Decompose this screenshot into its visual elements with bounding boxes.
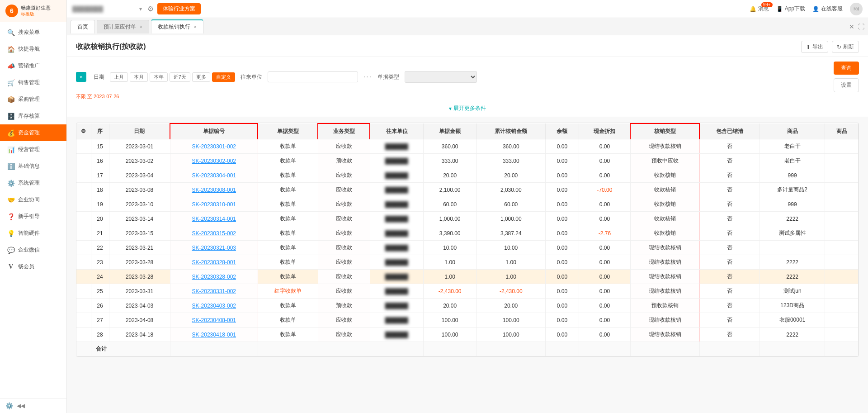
expand-conditions[interactable]: ▾ 展开更多条件 bbox=[449, 104, 486, 112]
cell-date: 2023-03-02 bbox=[109, 154, 170, 168]
table-row: 232023-03-28SK-20230328-001收款单应收款██████1… bbox=[76, 255, 859, 270]
expand-tabs-icon[interactable]: ⛶ bbox=[858, 23, 864, 30]
sidebar-item-marketing[interactable]: 📣 营销推广 bbox=[0, 57, 66, 74]
doc-no-link[interactable]: SK-20230408-001 bbox=[192, 317, 236, 323]
close-all-icon[interactable]: ✕ bbox=[849, 23, 854, 30]
avatar[interactable]: Rit bbox=[850, 3, 863, 15]
sidebar-item-purchase[interactable]: 📦 采购管理 bbox=[0, 91, 66, 108]
sidebar-item-wechat[interactable]: 💬 企业微信 bbox=[0, 242, 66, 258]
date-btn-more[interactable]: 更多 bbox=[192, 72, 210, 82]
doc-no-link[interactable]: SK-20230403-002 bbox=[192, 303, 236, 309]
cell-doc-no[interactable]: SK-20230310-001 bbox=[170, 197, 258, 212]
cell-doc-no[interactable]: SK-20230321-003 bbox=[170, 241, 258, 255]
cell-doc-no[interactable]: SK-20230328-001 bbox=[170, 255, 258, 270]
total-goods bbox=[760, 342, 825, 356]
doc-no-link[interactable]: SK-20230301-002 bbox=[192, 143, 236, 150]
doc-no-link[interactable]: SK-20230302-002 bbox=[192, 158, 236, 164]
cell-biz-type: 应收款 bbox=[318, 168, 370, 183]
sidebar-item-guide[interactable]: ❓ 新手引导 bbox=[0, 208, 66, 225]
app-download-button[interactable]: 📱 App下载 bbox=[776, 5, 805, 13]
sidebar-item-sales[interactable]: 🛒 销售管理 bbox=[0, 74, 66, 91]
date-btn-custom[interactable]: 自定义 bbox=[212, 72, 235, 82]
cell-counterpart: ██████ bbox=[370, 299, 423, 313]
cell-doc-no[interactable]: SK-20230331-002 bbox=[170, 284, 258, 299]
tab-prepay[interactable]: 预计应应付单 × bbox=[97, 20, 149, 33]
cell-doc-no[interactable]: SK-20230308-001 bbox=[170, 183, 258, 197]
doc-no-link[interactable]: SK-20230308-001 bbox=[192, 187, 236, 193]
sidebar-item-operation[interactable]: 📊 经营管理 bbox=[0, 141, 66, 158]
cell-verify-type: 现结收款核销 bbox=[630, 284, 699, 299]
cell-cash-discount: 0.00 bbox=[579, 328, 630, 342]
cell-doc-no[interactable]: SK-20230302-002 bbox=[170, 154, 258, 168]
cell-num: 18 bbox=[91, 183, 109, 197]
sidebar-item-member[interactable]: V 畅会员 bbox=[0, 258, 66, 275]
topbar-settings-icon[interactable]: ⚙ bbox=[147, 5, 154, 13]
cell-doc-no[interactable]: SK-20230418-001 bbox=[170, 328, 258, 342]
cell-verify-amount: 333.00 bbox=[476, 154, 546, 168]
collapse-icon[interactable]: ◀◀ bbox=[17, 403, 25, 409]
doc-no-link[interactable]: SK-20230331-002 bbox=[192, 288, 236, 294]
sidebar-item-hardware[interactable]: 💡 智能硬件 bbox=[0, 225, 66, 242]
cell-doc-no[interactable]: SK-20230314-001 bbox=[170, 212, 258, 226]
cell-verify-type: 预收中应收 bbox=[630, 154, 699, 168]
cell-doc-no[interactable]: SK-20230315-002 bbox=[170, 226, 258, 241]
cell-doc-no[interactable]: SK-20230408-001 bbox=[170, 313, 258, 328]
sidebar-item-finance[interactable]: 💰 资金管理 bbox=[0, 124, 66, 141]
cell-include-settled: 否 bbox=[699, 212, 760, 226]
corp-icon: 🤝 bbox=[7, 196, 14, 204]
cell-amount: 60.00 bbox=[423, 197, 476, 212]
cell-verify-amount: 20.00 bbox=[476, 299, 546, 313]
export-button[interactable]: ⬆ 导出 bbox=[801, 41, 828, 53]
doc-no-link[interactable]: SK-20230315-002 bbox=[192, 230, 236, 237]
cell-doc-no[interactable]: SK-20230301-002 bbox=[170, 139, 258, 154]
sidebar-item-corp[interactable]: 🤝 企业协同 bbox=[0, 191, 66, 208]
date-btn-this-month[interactable]: 本月 bbox=[130, 72, 148, 82]
doc-no-link[interactable]: SK-20230314-001 bbox=[192, 216, 236, 222]
sidebar-item-basic[interactable]: ℹ️ 基础信息 bbox=[0, 158, 66, 175]
tab-home[interactable]: 首页 bbox=[71, 20, 95, 33]
topbar-dropdown-arrow[interactable]: ▾ bbox=[139, 6, 142, 12]
cell-verify-amount: 2,030.00 bbox=[476, 183, 546, 197]
cell-doc-no[interactable]: SK-20230304-001 bbox=[170, 168, 258, 183]
cell-date: 2023-03-28 bbox=[109, 270, 170, 284]
cell-date: 2023-03-01 bbox=[109, 139, 170, 154]
doc-no-link[interactable]: SK-20230328-001 bbox=[192, 259, 236, 266]
tab-prepay-close[interactable]: × bbox=[140, 24, 142, 29]
sidebar-item-quick[interactable]: 🏠 快捷导航 bbox=[0, 41, 66, 57]
online-service-button[interactable]: 👤 在线客服 bbox=[812, 5, 843, 13]
date-btn-last-month[interactable]: 上月 bbox=[110, 72, 128, 82]
filter-expand-btn[interactable]: » bbox=[76, 72, 86, 82]
refresh-button[interactable]: ↻ 刷新 bbox=[832, 41, 859, 53]
counterpart-input[interactable] bbox=[268, 71, 358, 82]
sidebar-item-system[interactable]: ⚙️ 系统管理 bbox=[0, 175, 66, 191]
cell-doc-no[interactable]: SK-20230328-002 bbox=[170, 270, 258, 284]
messages-button[interactable]: 🔔 消息 99+ bbox=[750, 5, 769, 13]
date-btn-7days[interactable]: 近7天 bbox=[170, 72, 190, 82]
receipt-type-select[interactable] bbox=[405, 71, 477, 83]
tab-collect[interactable]: 收款核销执行 × bbox=[151, 19, 203, 33]
date-btn-this-year[interactable]: 本年 bbox=[150, 72, 168, 82]
cell-verify-amount: 360.00 bbox=[476, 139, 546, 154]
blurred-counterpart: ██████ bbox=[385, 332, 408, 338]
sidebar-item-inventory[interactable]: 🗄️ 库存核算 bbox=[0, 108, 66, 124]
table-scroll[interactable]: ⚙ 序 日期 单据编号 单据类型 业务类型 往来单位 单据金额 累计核销金额 bbox=[76, 123, 859, 356]
date-range-display: 不限 至 2023-07-26 bbox=[76, 93, 859, 100]
purchase-icon: 📦 bbox=[7, 96, 14, 103]
doc-no-link[interactable]: SK-20230321-003 bbox=[192, 245, 236, 251]
doc-no-link[interactable]: SK-20230310-001 bbox=[192, 201, 236, 208]
column-settings-icon[interactable]: ⚙ bbox=[81, 128, 86, 134]
solution-button[interactable]: 体验行业方案 bbox=[157, 3, 201, 14]
doc-no-link[interactable]: SK-20230418-001 bbox=[192, 332, 236, 338]
settings-icon[interactable]: ⚙️ bbox=[5, 402, 13, 409]
tab-collect-close[interactable]: × bbox=[194, 24, 197, 29]
doc-no-link[interactable]: SK-20230328-002 bbox=[192, 274, 236, 280]
filter-setting-button[interactable]: 设置 bbox=[834, 78, 859, 92]
cell-counterpart: ██████ bbox=[370, 241, 423, 255]
th-settings[interactable]: ⚙ bbox=[76, 123, 91, 139]
doc-no-link[interactable]: SK-20230304-001 bbox=[192, 172, 236, 179]
cell-goods: 测试jun bbox=[760, 284, 825, 299]
cell-doc-no[interactable]: SK-20230403-002 bbox=[170, 299, 258, 313]
cell-doc-type: 收款单 bbox=[258, 212, 318, 226]
sidebar-item-search[interactable]: 🔍 搜索菜单 bbox=[0, 24, 66, 41]
query-button[interactable]: 查询 bbox=[834, 62, 859, 75]
